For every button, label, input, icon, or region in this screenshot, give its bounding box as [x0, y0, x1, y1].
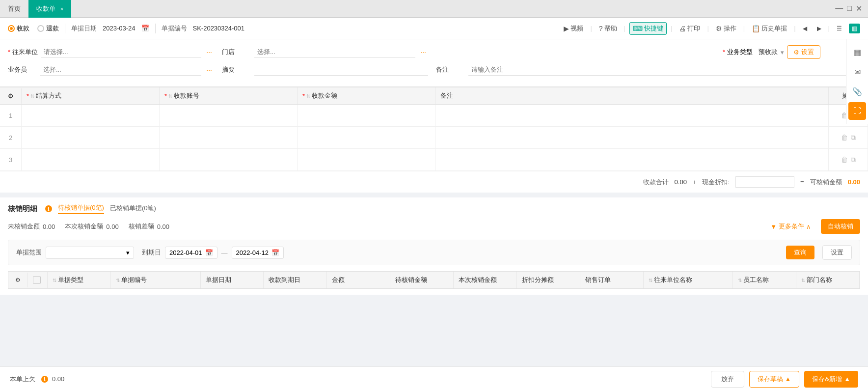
staff-more-btn[interactable]: ··· — [204, 66, 214, 74]
td-row3-settle[interactable] — [22, 149, 160, 170]
td-row2-remark[interactable] — [435, 127, 829, 148]
td-row2-account[interactable] — [160, 127, 298, 148]
td-row3-amount[interactable] — [298, 149, 435, 170]
td-row3-num: 3 — [0, 149, 22, 170]
td-row3-account[interactable] — [160, 149, 298, 170]
copy-row3-icon[interactable]: ⧉ — [851, 156, 856, 164]
th-amount: * ⇅ 收款金额 — [298, 87, 435, 104]
shortcut-btn[interactable]: ⌨ 快捷键 — [629, 22, 667, 35]
settings-button[interactable]: ⚙ 设置 — [787, 45, 820, 59]
query-btn[interactable]: 查询 — [786, 246, 814, 259]
select-all-checkbox[interactable] — [33, 276, 41, 284]
close-icon[interactable]: ✕ — [856, 4, 862, 13]
card-view-btn[interactable]: ▦ — [849, 24, 860, 33]
gear-icon: ⚙ — [793, 49, 799, 56]
sidebar-expand-icon[interactable]: ⛶ — [848, 102, 866, 120]
operation-btn[interactable]: ⚙ 操作 — [713, 23, 739, 34]
delete-row3-icon[interactable]: 🗑 — [841, 156, 848, 164]
date-label: 单据日期 — [71, 24, 97, 33]
business-dropdown-icon[interactable]: ▾ — [781, 49, 784, 56]
dth-type: ⇅ 单据类型 — [48, 272, 111, 288]
bottom-bar: 本单上欠 ℹ 0.00 放弃 保存草稿 ▲ 保存&新增 ▲ — [0, 366, 868, 391]
staff-field: 业务员 ··· — [8, 64, 214, 76]
td-row3-remark[interactable] — [435, 149, 829, 170]
save-new-arrow-icon: ▲ — [844, 375, 850, 383]
tab-receipt[interactable]: 收款单 × — [28, 0, 71, 18]
more-conditions-btn[interactable]: ▼ 更多条件 ∧ — [770, 222, 811, 231]
net-label: 可核销金额 — [810, 178, 842, 187]
date-value[interactable]: 2023-03-24 — [103, 25, 136, 32]
pending-tab[interactable]: 待核销单据(0笔) — [58, 203, 104, 214]
no-value: SK-20230324-001 — [193, 25, 245, 32]
help-btn[interactable]: ? 帮助 — [596, 23, 620, 34]
video-btn[interactable]: ▶ 视频 — [561, 23, 586, 34]
bottom-info-value: 0.00 — [52, 375, 64, 383]
unchecked-value: 0.00 — [43, 223, 55, 230]
tab-home[interactable]: 首页 — [0, 0, 28, 18]
dth-checkbox[interactable] — [28, 272, 48, 288]
print-btn[interactable]: 🖨 打印 — [676, 23, 703, 34]
history-btn[interactable]: 📋 历史单据 — [749, 23, 790, 34]
summary-input[interactable] — [254, 64, 428, 76]
td-row1-num: 1 — [0, 105, 22, 126]
radio-receipt[interactable]: 收款 — [8, 24, 29, 33]
radio-refund[interactable]: 退款 — [37, 24, 59, 33]
this-time-value: 0.00 — [106, 223, 118, 230]
done-tab[interactable]: 已核销单据(0笔) — [110, 204, 156, 214]
partner-more-btn[interactable]: ··· — [204, 48, 214, 56]
date-to-input[interactable]: 2022-04-12 📅 — [232, 247, 284, 259]
verify-info-row: 未核销金额 0.00 本次核销金额 0.00 核销差额 0.00 ▼ 更多条件 … — [8, 219, 860, 234]
discount-label: 现金折扣: — [702, 178, 730, 187]
divider-1 — [65, 24, 65, 33]
td-row2-amount[interactable] — [298, 127, 435, 148]
section-gap — [0, 193, 868, 197]
discard-button[interactable]: 放弃 — [711, 371, 744, 388]
calendar-icon[interactable]: 📅 — [141, 25, 149, 32]
range-dropdown[interactable]: ▾ — [46, 247, 134, 259]
minimize-icon[interactable]: — — [835, 4, 843, 13]
copy-row2-icon[interactable]: ⧉ — [851, 134, 856, 142]
next-btn[interactable]: ▶ — [814, 24, 824, 33]
maximize-icon[interactable]: □ — [847, 4, 852, 13]
diff-label: 核销差额 — [129, 222, 154, 231]
auto-verify-btn[interactable]: 自动核销 — [821, 219, 860, 234]
toolbar: 收款 退款 单据日期 2023-03-24 📅 单据编号 SK-20230324… — [0, 18, 868, 39]
partner-input[interactable] — [41, 46, 202, 58]
verify-info-icon[interactable]: ℹ — [45, 205, 52, 212]
list-view-btn[interactable]: ☰ — [834, 24, 845, 33]
range-filter: 单据范围 ▾ — [16, 247, 134, 259]
tab-close-icon[interactable]: × — [60, 6, 63, 12]
operation-icon: ⚙ — [716, 25, 722, 32]
delete-row2-icon[interactable]: 🗑 — [841, 134, 848, 141]
bottom-info-icon[interactable]: ℹ — [41, 376, 48, 383]
td-row1-account[interactable] — [160, 105, 298, 126]
sidebar-clip-icon[interactable]: 📎 — [848, 83, 866, 100]
table-row: 3 🗑 ⧉ — [0, 149, 868, 171]
prev-btn[interactable]: ◀ — [800, 24, 810, 33]
range-label: 单据范围 — [16, 248, 42, 257]
discount-input[interactable] — [735, 176, 794, 188]
verify-title: 核销明细 ℹ 待核销单据(0笔) 已核销单据(0笔) — [8, 203, 860, 214]
window-controls: — □ ✕ — [829, 4, 868, 13]
td-row1-remark[interactable] — [435, 105, 829, 126]
no-label: 单据编号 — [162, 24, 187, 33]
store-input[interactable] — [254, 46, 415, 58]
sidebar-email-icon[interactable]: ✉ — [848, 63, 866, 81]
store-label: 门店 — [222, 48, 251, 56]
store-more-btn[interactable]: ··· — [418, 48, 428, 56]
save-draft-button[interactable]: 保存草稿 ▲ — [749, 371, 800, 388]
dth-settings[interactable]: ⚙ — [8, 273, 28, 287]
filter-settings-btn[interactable]: 设置 — [822, 245, 852, 260]
td-row1-amount[interactable] — [298, 105, 435, 126]
total-label: 收款合计 — [643, 178, 669, 187]
th-remark: 备注 — [435, 87, 829, 104]
td-row1-settle[interactable] — [22, 105, 160, 126]
date-from-input[interactable]: 2022-04-01 📅 — [165, 247, 217, 259]
save-new-button[interactable]: 保存&新增 ▲ — [804, 371, 858, 388]
note-input[interactable] — [468, 64, 860, 76]
th-settings[interactable]: ⚙ — [0, 88, 22, 104]
sort-partner-icon: ⇅ — [649, 278, 652, 283]
sidebar-table-icon[interactable]: ▦ — [848, 43, 866, 61]
td-row2-settle[interactable] — [22, 127, 160, 148]
staff-input[interactable] — [40, 64, 201, 76]
